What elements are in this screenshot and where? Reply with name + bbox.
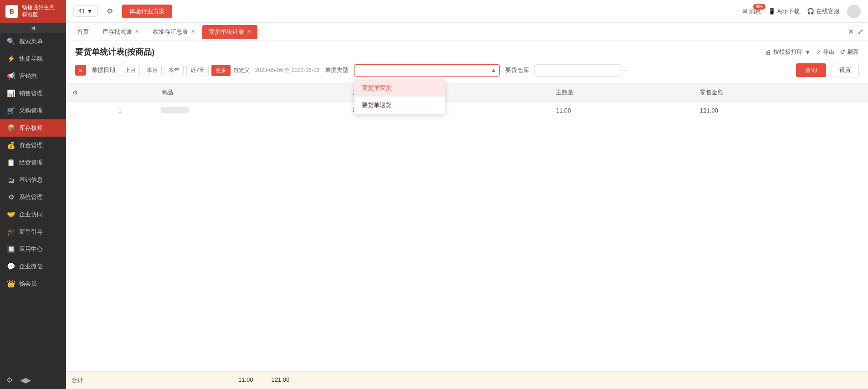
sidebar-item-appstore[interactable]: 🔲 应用中心	[0, 241, 66, 258]
row-quantity-cell: 11.00	[550, 102, 694, 119]
custom-date-label[interactable]: 自定义	[233, 67, 250, 74]
tab-requisition-close-icon[interactable]: ✕	[247, 29, 251, 35]
tab-delivery-close-icon[interactable]: ✕	[191, 29, 195, 35]
sidebar-item-operation[interactable]: 📋 经营管理	[0, 154, 66, 171]
sidebar-item-inventory[interactable]: 📦 库存核算	[0, 119, 66, 137]
sidebar-item-search[interactable]: 🔍 搜索菜单	[0, 33, 66, 50]
col-amount: 零售金额	[694, 84, 868, 102]
sidebar-header: B 畅捷通好生意 标准版	[0, 0, 66, 23]
sidebar-item-label: 营销推广	[19, 72, 43, 80]
sidebar-item-label: 经营管理	[19, 159, 43, 167]
sidebar-item-guide[interactable]: 🎓 新手引导	[0, 223, 66, 241]
sidebar-collapse-button[interactable]: ◀	[0, 23, 66, 33]
tab-requisition-label: 要货单统计表	[209, 28, 244, 36]
sidebar-item-label: 企业微信	[19, 262, 43, 271]
sidebar-item-purchase[interactable]: 🛒 采购管理	[0, 102, 66, 119]
quicknav-icon: ⚡	[6, 55, 15, 63]
row-amount-cell: 121.00	[694, 102, 868, 119]
filter-area: » 单据日期 上月 本月 本年 近7天 更多 自定义 2023-05-06 至 …	[66, 57, 868, 83]
col-product: 商品	[156, 84, 348, 102]
more-dates-button[interactable]: 更多	[211, 65, 231, 76]
logo-text: 畅捷通好生意 标准版	[22, 4, 55, 18]
refresh-label: 刷新	[847, 48, 859, 56]
trial-button[interactable]: 体验行业方案	[122, 5, 172, 18]
filter-row: » 单据日期 上月 本月 本年 近7天 更多 自定义 2023-05-06 至 …	[75, 63, 859, 77]
company-name: 41	[78, 8, 85, 15]
tab-home[interactable]: 首页	[71, 25, 95, 39]
filter-expand-button[interactable]: »	[75, 65, 86, 76]
topbar-right: ✉ 消息 99+ 📱 App下载 🎧 在线客服	[742, 5, 861, 18]
tab-delivery[interactable]: 收发存汇总表 ✕	[146, 25, 201, 39]
sidebar-item-system[interactable]: ⚙ 系统管理	[0, 189, 66, 206]
sidebar-item-label: 销售管理	[19, 89, 43, 97]
date-buttons: 上月 本月 本年 近7天 更多 自定义	[121, 65, 250, 76]
sidebar-menu: 🔍 搜索菜单 ⚡ 快捷导航 📢 营销推广 📊 销售管理 🛒 采购管理 📦 库存核…	[0, 33, 66, 371]
marketing-icon: 📢	[6, 72, 15, 80]
col-quantity: 主数量	[550, 84, 694, 102]
tabs-close-button[interactable]: ✕	[848, 27, 854, 36]
this-year-button[interactable]: 本年	[164, 65, 184, 76]
sidebar-footer: ⚙ ◀▶	[0, 371, 66, 389]
tab-requisition[interactable]: 要货单统计表 ✕	[202, 25, 257, 39]
app-download-label: App下载	[777, 7, 800, 15]
query-button[interactable]: 查询	[796, 63, 826, 77]
print-action[interactable]: 🖨 按模板打印 ▼	[765, 48, 811, 56]
tab-batch-close-icon[interactable]: ✕	[135, 29, 139, 35]
warehouse-filter-label: 要货仓库	[505, 66, 529, 74]
last-7days-button[interactable]: 近7天	[186, 65, 209, 76]
online-service-label: 在线客服	[816, 7, 840, 15]
sidebar-item-label: 企业协同	[19, 210, 43, 219]
company-dropdown-icon: ▼	[87, 8, 92, 15]
type-input[interactable]	[354, 64, 500, 77]
sidebar-item-enterprise[interactable]: 🤝 企业协同	[0, 206, 66, 223]
sidebar-item-quicknav[interactable]: ⚡ 快捷导航	[0, 50, 66, 67]
page-actions: 🖨 按模板打印 ▼ ↗ 导出 ↺ 刷新	[765, 48, 859, 56]
col-settings[interactable]: ⚙	[66, 84, 84, 102]
inventory-icon: 📦	[6, 124, 15, 132]
refresh-action[interactable]: ↺ 刷新	[840, 48, 859, 56]
sidebar-item-label: 采购管理	[19, 107, 43, 115]
product-name	[161, 107, 342, 113]
sidebar-item-member[interactable]: 👑 畅会员	[0, 275, 66, 292]
tab-batch-label: 库存批次账	[103, 28, 132, 36]
tab-batch[interactable]: 库存批次账 ✕	[96, 25, 145, 39]
tabs-expand-button[interactable]: ⤢	[858, 27, 863, 36]
tabs-bar: 首页 库存批次账 ✕ 收发存汇总表 ✕ 要货单统计表 ✕ ✕ ⤢	[66, 23, 868, 41]
tabs-actions: ✕ ⤢	[848, 27, 863, 36]
online-service-action[interactable]: 🎧 在线客服	[807, 7, 840, 15]
sidebar-item-marketing[interactable]: 📢 营销推广	[0, 67, 66, 85]
settings-footer-icon[interactable]: ⚙	[6, 376, 13, 384]
print-icon: 🖨	[765, 49, 771, 56]
dropdown-item-order[interactable]: 要货单要货	[354, 79, 445, 97]
sidebar: B 畅捷通好生意 标准版 ◀ 🔍 搜索菜单 ⚡ 快捷导航 📢 营销推广 📊 销售…	[0, 0, 66, 389]
page-title: 要货单统计表(按商品)	[75, 46, 154, 57]
message-icon: ✉	[742, 8, 747, 15]
topbar-left: 41 ▼ ⚙ 体验行业方案	[73, 5, 737, 18]
dropdown-item-return[interactable]: 要货单退货	[354, 97, 445, 114]
page-header: 要货单统计表(按商品) 🖨 按模板打印 ▼ ↗ 导出 ↺ 刷新	[66, 41, 868, 57]
company-selector[interactable]: 41 ▼	[73, 5, 98, 17]
system-icon: ⚙	[6, 193, 15, 201]
sidebar-item-wechat[interactable]: 💬 企业微信	[0, 258, 66, 275]
data-table: ⚙ 商品 主计量单位 主数量 零售金额 1	[66, 84, 868, 119]
collapse-footer-icon[interactable]: ◀▶	[20, 376, 31, 384]
wechat-icon: 💬	[6, 262, 15, 271]
sidebar-item-basic[interactable]: 🗂 基础信息	[0, 171, 66, 189]
sidebar-item-sales[interactable]: 📊 销售管理	[0, 85, 66, 102]
warehouse-more-icon[interactable]: ···	[623, 66, 629, 74]
col-number	[84, 84, 156, 102]
topbar-settings-button[interactable]: ⚙	[103, 5, 117, 18]
sidebar-item-finance[interactable]: 💰 资金管理	[0, 137, 66, 154]
app-download-action[interactable]: 📱 App下载	[768, 7, 800, 15]
this-month-button[interactable]: 本月	[143, 65, 162, 76]
warehouse-input[interactable]	[534, 64, 621, 77]
last-month-button[interactable]: 上月	[121, 65, 140, 76]
enterprise-icon: 🤝	[6, 210, 15, 219]
export-action[interactable]: ↗ 导出	[816, 48, 835, 56]
footer-amount: 121.00	[272, 376, 290, 383]
messages-action[interactable]: ✉ 消息 99+	[742, 7, 761, 15]
logo-icon: B	[5, 5, 18, 18]
app-download-icon: 📱	[768, 8, 776, 15]
filter-settings-button[interactable]: 设置	[832, 63, 859, 77]
user-avatar[interactable]	[847, 5, 861, 18]
